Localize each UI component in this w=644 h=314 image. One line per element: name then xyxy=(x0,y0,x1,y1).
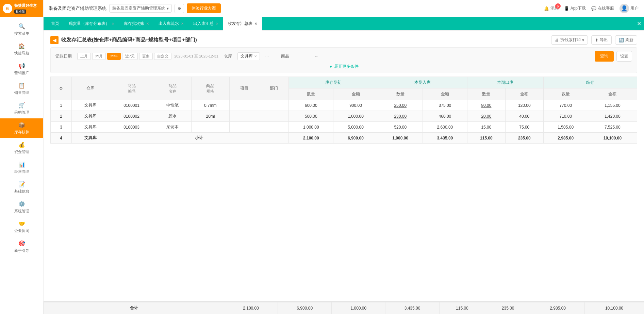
row-out-qty[interactable]: 80.00 xyxy=(467,100,506,111)
tab-close-inout-flow[interactable]: ✕ xyxy=(181,22,184,26)
sidebar-item-label: 库存核算 xyxy=(14,130,29,135)
in-qty-link[interactable]: 520.00 xyxy=(394,125,407,130)
row-in-qty[interactable]: 250.00 xyxy=(378,100,423,111)
th-in-stock: 本期入库 xyxy=(378,77,467,88)
export-button[interactable]: ⬆ 导出 xyxy=(591,35,612,45)
out-qty-link[interactable]: 80.00 xyxy=(481,103,491,108)
close-all-tabs-button[interactable]: ✕ xyxy=(637,20,641,27)
date-btn-this-month[interactable]: 本月 xyxy=(92,53,106,60)
th-project: 项目 xyxy=(229,77,259,100)
th-init-amt: 金额 xyxy=(333,88,378,100)
inventory-icon: 📦 xyxy=(18,122,25,128)
refresh-button[interactable]: 🔄 刷新 xyxy=(615,35,637,45)
total-init-qty: 2,100.00 xyxy=(224,302,278,314)
online-service-button[interactable]: 💬 在线客服 xyxy=(591,5,614,11)
tab-close-batch[interactable]: ✕ xyxy=(146,22,149,26)
tab-home[interactable]: 首页 xyxy=(46,17,64,31)
sidebar-item-quick[interactable]: 🏠 快捷导航 xyxy=(0,39,43,59)
sidebar-item-label: 系统管理 xyxy=(14,209,29,214)
row-num: 1 xyxy=(51,100,72,111)
subtotal-out-qty-link[interactable]: 115.00 xyxy=(480,136,493,141)
row-out-qty[interactable]: 15.00 xyxy=(467,122,506,133)
row-name: 胶水 xyxy=(154,111,191,122)
warehouse-tag-remove[interactable]: ✕ xyxy=(254,54,257,58)
row-in-qty[interactable]: 230.00 xyxy=(378,111,423,122)
warehouse-filter-tag: 文具库 ✕ xyxy=(237,52,260,60)
user-menu[interactable]: 👤 用户 xyxy=(620,4,639,13)
enterprise-icon: 🤝 xyxy=(18,220,25,227)
sidebar-item-finance[interactable]: 💰 资金管理 xyxy=(0,138,43,158)
sidebar-item-inventory[interactable]: 📦 库存核算 xyxy=(0,118,43,138)
app-download-button[interactable]: 📱 App下载 xyxy=(564,5,586,11)
bell-icon: 🔔 xyxy=(544,6,549,11)
service-icon: 💬 xyxy=(591,6,596,11)
subtotal-in-qty-link[interactable]: 1,000.00 xyxy=(392,136,408,141)
sidebar-item-sales[interactable]: 📋 销售管理 xyxy=(0,79,43,99)
date-label: 记账日期 xyxy=(55,53,72,59)
sidebar-item-operations[interactable]: 📊 经营管理 xyxy=(0,158,43,178)
subtotal-init-qty: 2,100.00 xyxy=(289,133,333,144)
subtotal-init-amt: 6,900.00 xyxy=(333,133,378,144)
tab-receive-summary[interactable]: 收发存汇总表 ✕ xyxy=(223,17,262,31)
sidebar-item-label: 经营管理 xyxy=(14,169,29,174)
try-solution-button[interactable]: 体验行业方案 xyxy=(187,3,221,13)
expand-icon: ▼ xyxy=(329,64,333,69)
sidebar-item-label: 企业协同 xyxy=(14,228,29,233)
warehouse-label: 仓库 xyxy=(224,53,232,59)
date-btn-7days[interactable]: 近7天 xyxy=(122,53,138,60)
tab-inventory-dist[interactable]: 现货量（库存分布表） ✕ xyxy=(64,17,119,31)
out-qty-link[interactable]: 15.00 xyxy=(481,125,491,130)
page-header-actions: 🖨 拆钱版打印 ▾ ⬆ 导出 🔄 刷新 xyxy=(551,35,637,45)
table-row: 1 文具库 0100001 中性笔 0.7mm 600.00 900.00 25… xyxy=(51,100,637,111)
notification-button[interactable]: 🔔 6 6 消息 xyxy=(544,5,559,11)
row-out-qty[interactable]: 20.00 xyxy=(467,111,506,122)
tab-close-inventory-dist[interactable]: ✕ xyxy=(112,22,114,26)
table-row: 2 文具库 0100002 胶水 20ml 500.00 1,000.00 23… xyxy=(51,111,637,122)
tab-inout-flow[interactable]: 出入库流水 ✕ xyxy=(154,17,188,31)
system-select[interactable]: 装备及固定资产辅助管理系统 ▾ xyxy=(109,4,172,13)
date-btn-more[interactable]: 更多 xyxy=(139,53,153,60)
sidebar-nav: 🔍 搜索菜单 🏠 快捷导航 📢 营销推广 📋 销售管理 🛒 采购管理 📦 xyxy=(0,17,43,314)
sidebar-item-marketing[interactable]: 📢 营销推广 xyxy=(0,59,43,79)
tab-close-inout-summary[interactable]: ✕ xyxy=(216,22,218,26)
subtotal-in-qty[interactable]: 1,000.00 xyxy=(378,133,423,144)
date-btn-this-year[interactable]: 本年 xyxy=(107,53,121,60)
in-qty-link[interactable]: 230.00 xyxy=(394,114,407,119)
tab-close-receive-summary[interactable]: ✕ xyxy=(254,22,257,26)
th-balance: 结存 xyxy=(543,77,637,88)
row-dept xyxy=(259,111,289,122)
warehouse-more-btn[interactable]: ··· xyxy=(265,54,269,59)
th-bal-qty: 数量 xyxy=(543,88,588,100)
subtotal-out-qty[interactable]: 115.00 xyxy=(467,133,506,144)
sidebar-item-enterprise[interactable]: 🤝 企业协同 xyxy=(0,217,43,237)
date-btn-custom[interactable]: 自定义 xyxy=(154,53,171,60)
subtotal-label: 小计 xyxy=(109,133,289,144)
goods-label: 商品 xyxy=(281,53,289,59)
print-button[interactable]: 🖨 拆钱版打印 ▾ xyxy=(551,35,588,45)
query-button[interactable]: 查询 xyxy=(595,51,614,62)
row-code: 0100002 xyxy=(109,111,154,122)
sidebar-item-basic[interactable]: 📝 基础信息 xyxy=(0,178,43,197)
tab-inout-summary[interactable]: 出入库汇总 ✕ xyxy=(188,17,223,31)
sidebar-item-purchase[interactable]: 🛒 采购管理 xyxy=(0,99,43,118)
subtotal-row: 4 文具库 小计 2,100.00 6,900.00 1,000.00 3,43… xyxy=(51,133,637,144)
warehouse-value: 文具库 xyxy=(241,53,253,59)
sidebar-item-label: 资金管理 xyxy=(14,149,29,154)
th-out-amt: 金额 xyxy=(505,88,543,100)
out-qty-link[interactable]: 20.00 xyxy=(481,114,491,119)
row-bal-qty: 770.00 xyxy=(543,100,588,111)
column-setting-button[interactable]: 设置 xyxy=(616,51,632,62)
settings-button[interactable]: ⚙ xyxy=(175,4,184,13)
page-collapse-button[interactable]: ◀ xyxy=(50,36,59,44)
row-in-qty[interactable]: 520.00 xyxy=(378,122,423,133)
in-qty-link[interactable]: 250.00 xyxy=(394,103,407,108)
sidebar-item-system[interactable]: ⚙️ 系统管理 xyxy=(0,197,43,217)
row-dept xyxy=(259,122,289,133)
sidebar-item-newbie[interactable]: 🎯 新手引导 xyxy=(0,237,43,257)
row-in-amt: 460.00 xyxy=(423,111,467,122)
sidebar-item-search[interactable]: 🔍 搜索菜单 xyxy=(0,20,43,39)
expand-more-conditions-button[interactable]: ▼ 展开更多条件 xyxy=(329,64,359,69)
tab-batch[interactable]: 库存批次账 ✕ xyxy=(119,17,154,31)
goods-more-btn[interactable]: ··· xyxy=(315,54,318,59)
date-btn-last-month[interactable]: 上月 xyxy=(77,53,91,60)
